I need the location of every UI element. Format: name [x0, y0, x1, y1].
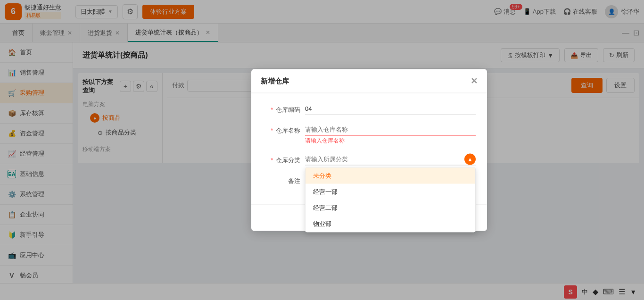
warehouse-code-row: * 仓库编码 — [263, 103, 476, 115]
add-warehouse-dialog: 新增仓库 ✕ * 仓库编码 * 仓库名称 请输入仓库名称 — [251, 69, 487, 231]
category-select-wrapper: ▲ — [305, 153, 476, 166]
warehouse-name-row: * 仓库名称 请输入仓库名称 — [263, 124, 476, 145]
dropdown-item-1[interactable]: 经营一部 — [305, 184, 475, 200]
warehouse-code-control — [305, 103, 476, 115]
dialog-header: 新增仓库 ✕ — [251, 69, 487, 93]
dropdown-item-3[interactable]: 物业部 — [305, 216, 475, 232]
warehouse-name-error: 请输入仓库名称 — [305, 137, 476, 145]
warehouse-name-label: * 仓库名称 — [263, 124, 300, 135]
dialog-body: * 仓库编码 * 仓库名称 请输入仓库名称 * 仓库分类 — [251, 93, 487, 204]
warehouse-category-label: * 仓库分类 — [263, 153, 300, 165]
dialog-title: 新增仓库 — [261, 76, 289, 85]
notes-label: 备注 — [263, 174, 300, 185]
category-dropdown-list: 未分类 经营一部 经营二部 物业部 — [305, 167, 476, 233]
warehouse-category-row: * 仓库分类 ▲ 未分类 经营一部 经营二部 物业部 — [263, 153, 476, 166]
warehouse-code-input[interactable] — [305, 103, 476, 115]
warehouse-category-control: ▲ 未分类 经营一部 经营二部 物业部 — [305, 153, 476, 166]
category-select-input[interactable] — [305, 153, 476, 166]
warehouse-code-label: * 仓库编码 — [263, 103, 300, 114]
category-dropdown-button[interactable]: ▲ — [464, 154, 476, 165]
warehouse-name-input[interactable] — [305, 124, 476, 136]
dropdown-item-0[interactable]: 未分类 — [305, 168, 475, 184]
dialog-close-button[interactable]: ✕ — [471, 76, 478, 86]
warehouse-name-control: 请输入仓库名称 — [305, 124, 476, 145]
dropdown-item-2[interactable]: 经营二部 — [305, 200, 475, 216]
